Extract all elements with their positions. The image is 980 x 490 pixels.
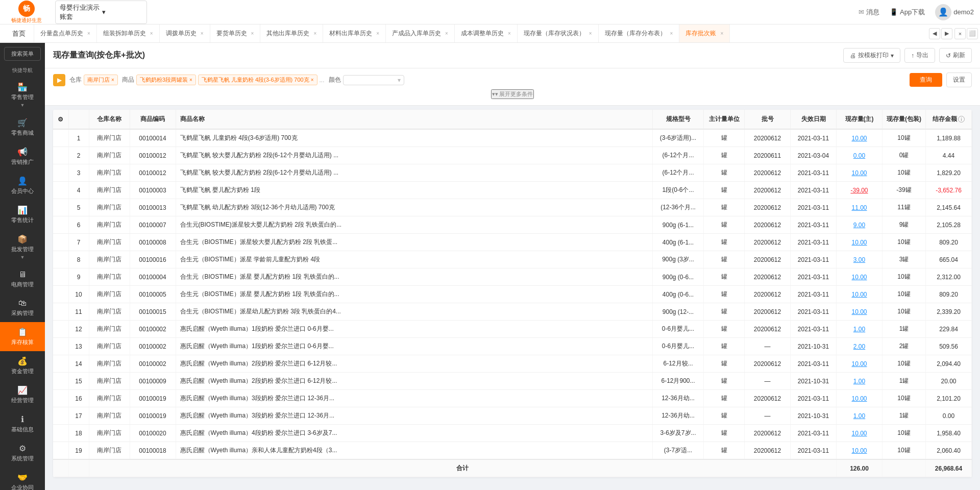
close-tab-stock-dist[interactable]: × bbox=[670, 31, 673, 36]
sidebar-item-stats[interactable]: 📊 零售统计 bbox=[0, 200, 45, 229]
filter-setting-button[interactable]: 设置 bbox=[946, 72, 972, 87]
sidebar-item-finance[interactable]: 💰 资金管理 bbox=[0, 351, 45, 380]
sidebar-item-retail-shop[interactable]: 🛒 零售商城 bbox=[0, 113, 45, 142]
tab-other-out-history[interactable]: 其他出库单历史 × bbox=[260, 24, 323, 43]
tab-product-in-history[interactable]: 产成品入库单历史 × bbox=[386, 24, 455, 43]
close-tab-material-out[interactable]: × bbox=[376, 31, 379, 36]
cell-qty-main-15[interactable]: 10.00 bbox=[837, 390, 883, 407]
close-tab-split-disc[interactable]: × bbox=[87, 31, 90, 36]
close-tab-disassemble[interactable]: × bbox=[150, 31, 153, 36]
cell-qty-main-10[interactable]: 10.00 bbox=[837, 303, 883, 321]
product-tag-close-0[interactable]: × bbox=[189, 77, 192, 83]
tab-selector[interactable]: 母婴行业演示账套 ▾ bbox=[55, 1, 147, 24]
sidebar-item-basic[interactable]: ℹ 基础信息 bbox=[0, 409, 45, 438]
chevron-down-icon: ▾ bbox=[102, 8, 142, 16]
user-area[interactable]: 👤 demo2 bbox=[935, 4, 974, 20]
table-container[interactable]: ⚙ 仓库名称 商品编码 商品名称 规格型号 主计量单位 批号 失效日期 现存量(… bbox=[45, 106, 980, 490]
cell-qty-main-0[interactable]: 10.00 bbox=[837, 129, 883, 147]
product-tag-close-1[interactable]: × bbox=[311, 77, 314, 83]
app-download-action[interactable]: 📱 App下载 bbox=[890, 8, 925, 17]
sidebar-item-member[interactable]: 👤 会员中心 bbox=[0, 171, 45, 200]
cell-qty-main-14[interactable]: 1.00 bbox=[837, 373, 883, 390]
tab-batch-account[interactable]: 库存批次账 × bbox=[679, 24, 730, 43]
sidebar-item-operations[interactable]: 📈 经营管理 bbox=[0, 380, 45, 409]
cell-qty-main-6[interactable]: 10.00 bbox=[837, 234, 883, 251]
nav-next-arrow[interactable]: ▶ bbox=[941, 28, 952, 39]
cell-qty-main-4[interactable]: 11.00 bbox=[837, 199, 883, 216]
sidebar-item-ecommerce[interactable]: 🖥 电商管理 bbox=[0, 265, 45, 293]
cell-qty-main-5[interactable]: 9.00 bbox=[837, 216, 883, 234]
cell-qty-main-3[interactable]: -39.00 bbox=[837, 182, 883, 199]
tab-request-history[interactable]: 要货单历史 × bbox=[210, 24, 261, 43]
sidebar-search-button[interactable]: 搜索英单 bbox=[4, 47, 41, 61]
filter-expand-button[interactable]: ▶ bbox=[53, 74, 65, 86]
cell-batch-17: 20200612 bbox=[745, 425, 791, 442]
cell-qty-pkg-5: 9罐 bbox=[883, 216, 926, 234]
cell-qty-main-11[interactable]: 1.00 bbox=[837, 321, 883, 338]
sidebar-item-purchase[interactable]: 🛍 采购管理 bbox=[0, 293, 45, 322]
cell-warehouse-8: 南岸门店 bbox=[89, 268, 130, 286]
cell-qty-main-1[interactable]: 0.00 bbox=[837, 147, 883, 164]
cell-expire-13: 2021-03-11 bbox=[791, 355, 837, 373]
nav-prev-arrow[interactable]: ◀ bbox=[929, 28, 940, 39]
close-tab-product-in[interactable]: × bbox=[445, 31, 448, 36]
table-row: 10 南岸门店 00100005 合生元（BIOSTIME）派星 婴儿配方奶粉 … bbox=[53, 286, 972, 303]
tab-home[interactable]: 首页 bbox=[4, 24, 34, 43]
cell-qty-main-13[interactable]: 10.00 bbox=[837, 355, 883, 373]
cell-batch-7: 20200612 bbox=[745, 251, 791, 268]
nav-maximize[interactable]: ⬜ bbox=[967, 28, 978, 39]
cell-warehouse-4: 南岸门店 bbox=[89, 199, 130, 216]
cell-qty-main-9[interactable]: 10.00 bbox=[837, 286, 883, 303]
search-button[interactable]: 查询 bbox=[910, 73, 942, 87]
nav-close-all[interactable]: × bbox=[954, 28, 966, 39]
sidebar-item-system[interactable]: ⚙ 系统管理 bbox=[0, 438, 45, 468]
sidebar-item-retail[interactable]: 🏪 零售管理 ▼ bbox=[0, 77, 45, 113]
expand-more-button[interactable]: ▾▾ 展开更多条件 bbox=[491, 89, 534, 99]
sidebar-item-marketing[interactable]: 📢 营销推广 bbox=[0, 142, 45, 171]
cell-qty-main-18[interactable]: 10.00 bbox=[837, 442, 883, 460]
product-tag-1[interactable]: 飞鹤星飞帆 儿童奶粉 4段(3-6岁适用) 700克 × bbox=[198, 75, 317, 85]
warehouse-filter-label: 仓库 bbox=[69, 76, 82, 84]
tab-current-stock-dist[interactable]: 现存量（库存分布表） × bbox=[599, 24, 680, 43]
summary-balance-total: 26,968.64 bbox=[926, 459, 972, 477]
cell-qty-main-12[interactable]: 2.00 bbox=[837, 338, 883, 355]
color-filter-input-area[interactable]: ▾ bbox=[343, 75, 404, 85]
close-tab-other-out[interactable]: × bbox=[313, 31, 316, 36]
settings-gear-icon[interactable]: ⚙ bbox=[58, 116, 63, 123]
cell-balance-5: 2,105.28 bbox=[926, 216, 972, 234]
close-tab-request[interactable]: × bbox=[251, 31, 254, 36]
template-print-button[interactable]: 🖨 按模板打印 ▾ bbox=[843, 48, 900, 63]
cell-qty-main-2[interactable]: 10.00 bbox=[837, 164, 883, 182]
close-tab-cost-adjust[interactable]: × bbox=[508, 31, 511, 36]
product-tag-0[interactable]: 飞鹤奶粉3段两罐装 × bbox=[136, 75, 196, 85]
cell-index-18: 19 bbox=[68, 442, 89, 460]
tab-split-disc-history[interactable]: 分量盘点单历史 × bbox=[34, 24, 97, 43]
product-filter-dots[interactable]: ... bbox=[320, 77, 325, 84]
cell-qty-main-8[interactable]: 10.00 bbox=[837, 268, 883, 286]
tab-material-out-history[interactable]: 材料出库单历史 × bbox=[323, 24, 386, 43]
tab-current-stock-status[interactable]: 现存量（库存状况表） × bbox=[518, 24, 599, 43]
tab-cost-adjust-history[interactable]: 成本调整单历史 × bbox=[455, 24, 518, 43]
tab-disassemble-history[interactable]: 组装拆卸单历史 × bbox=[97, 24, 160, 43]
tab-mix-history[interactable]: 调拨单历史 × bbox=[160, 24, 210, 43]
cell-batch-0: 20200612 bbox=[745, 129, 791, 147]
sidebar-item-wholesale[interactable]: 📦 批发管理 ▼ bbox=[0, 229, 45, 265]
cell-qty-main-7[interactable]: 3.00 bbox=[837, 251, 883, 268]
cell-warehouse-13: 南岸门店 bbox=[89, 355, 130, 373]
cell-balance-12: 509.56 bbox=[926, 338, 972, 355]
close-tab-mix[interactable]: × bbox=[201, 31, 204, 36]
refresh-button[interactable]: ↺ 刷新 bbox=[939, 48, 972, 63]
cell-qty-main-17[interactable]: 10.00 bbox=[837, 425, 883, 442]
th-settings[interactable]: ⚙ bbox=[53, 110, 68, 129]
export-button[interactable]: ↑ 导出 bbox=[904, 48, 935, 63]
close-tab-batch-account[interactable]: × bbox=[720, 31, 723, 36]
warehouse-tag-0[interactable]: 南岸门店 × bbox=[84, 75, 118, 85]
sidebar-item-inventory[interactable]: 📋 库存核算 bbox=[0, 322, 45, 351]
cell-qty-main-16[interactable]: 1.00 bbox=[837, 407, 883, 425]
sidebar-item-enterprise[interactable]: 🤝 企业协同 bbox=[0, 468, 45, 490]
close-tab-stock-status[interactable]: × bbox=[589, 31, 592, 36]
warehouse-tag-close-0[interactable]: × bbox=[111, 77, 114, 83]
message-action[interactable]: ✉ 消息 bbox=[859, 8, 879, 17]
balance-info-icon[interactable]: i bbox=[958, 116, 965, 122]
cell-batch-6: 20200612 bbox=[745, 234, 791, 251]
